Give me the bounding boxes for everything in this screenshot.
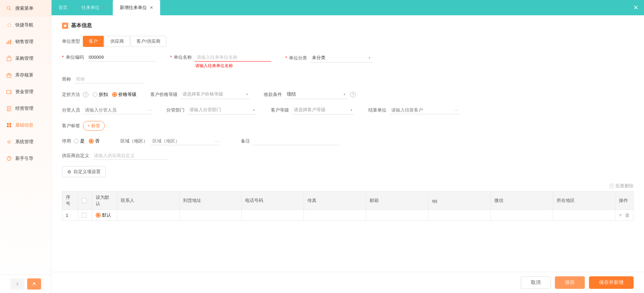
pricing-discount-radio[interactable] xyxy=(93,92,97,97)
sidebar-item-search[interactable]: 搜索菜单 xyxy=(0,0,51,17)
shortname-label: 简称 xyxy=(62,76,71,82)
sidebar-item-quick-nav[interactable]: ⬡ 快捷导航 xyxy=(0,17,51,33)
row-default-radio[interactable] xyxy=(96,213,101,218)
unit-type-both[interactable]: 客户/供应商 xyxy=(131,36,166,47)
tab-new-partner-close[interactable]: ✕ xyxy=(150,6,153,10)
row-wechat[interactable] xyxy=(490,210,553,221)
area-ellipsis[interactable]: ··· xyxy=(215,138,220,144)
tab-home[interactable]: 首页 xyxy=(52,0,74,15)
unit-category-select[interactable]: 未分类 ▾ xyxy=(310,53,372,63)
box-icon xyxy=(6,72,13,79)
col-contact: 联系人 xyxy=(117,192,179,210)
supplier-custom-input[interactable] xyxy=(92,152,168,160)
unit-code-input[interactable] xyxy=(87,53,156,62)
sidebar-item-guide[interactable]: ? 新手引导 xyxy=(0,150,51,167)
save-button[interactable]: 保存 xyxy=(555,276,585,289)
tab-partner-close[interactable]: ✕ xyxy=(102,6,106,10)
manager-ellipsis[interactable]: ··· xyxy=(147,107,152,113)
contact-input[interactable] xyxy=(121,213,176,218)
form-row-manager: 分管人员 ··· 分管部门 请输入分管部门 ▾ 客户等级 请选择客户等级 ▾ xyxy=(62,105,634,115)
disabled-radio-group: 是 否 xyxy=(74,138,100,144)
row-phone[interactable] xyxy=(242,210,304,221)
add-tag-button[interactable]: + 标签 xyxy=(83,121,105,131)
sidebar-item-inventory[interactable]: 库存核算 xyxy=(0,67,51,83)
disabled-no-radio[interactable] xyxy=(89,139,94,144)
phone-input[interactable] xyxy=(245,213,300,218)
tab-new-partner[interactable]: 新增往来单位 ✕ xyxy=(113,0,160,15)
sidebar-item-basic-info[interactable]: 基础信息 xyxy=(0,117,51,133)
sidebar-item-purchase[interactable]: 采购管理 xyxy=(0,50,51,67)
sidebar-item-finance[interactable]: 资金管理 xyxy=(0,83,51,100)
tab-partner[interactable]: 往来单位 ✕ xyxy=(74,0,113,15)
pricing-level-radio[interactable] xyxy=(112,92,117,97)
pricing-help-icon[interactable]: ? xyxy=(83,92,88,97)
batch-delete-label[interactable]: 批量删除 xyxy=(615,183,634,189)
dept-placeholder: 请输入分管部门 xyxy=(189,107,253,113)
col-action: 操作 xyxy=(615,192,633,210)
customer-level-select[interactable]: 请选择客户等级 ▾ xyxy=(292,105,354,115)
sidebar-item-sales[interactable]: 销售管理 xyxy=(0,33,51,50)
settlement-ellipsis[interactable]: ··· xyxy=(454,107,459,113)
unit-name-input[interactable] xyxy=(195,53,271,62)
sidebar-item-system[interactable]: ⚙ 系统管理 xyxy=(0,133,51,150)
form-group-customer-level: 客户等级 请选择客户等级 ▾ xyxy=(271,105,354,115)
customer-level-label: 客户等级 xyxy=(271,107,289,113)
unit-type-customer[interactable]: 客户 xyxy=(83,36,104,47)
col-fax: 传真 xyxy=(304,192,366,210)
sidebar-user-btn[interactable] xyxy=(27,278,41,290)
table-header-checkbox[interactable] xyxy=(82,198,87,203)
svg-rect-5 xyxy=(7,57,11,61)
fax-input[interactable] xyxy=(307,213,362,218)
row-qq[interactable] xyxy=(428,210,490,221)
sidebar-item-label: 销售管理 xyxy=(15,39,33,45)
add-row-button[interactable]: + xyxy=(619,212,622,218)
row-default-radio-item[interactable]: 默认 xyxy=(96,212,113,218)
wechat-input[interactable] xyxy=(494,213,549,218)
unit-type-supplier[interactable]: 供应商 xyxy=(104,36,130,47)
form-group-area: 区域（地区） ··· xyxy=(120,137,220,145)
customer-price-placeholder: 请选择客户价格等级 xyxy=(182,91,246,97)
row-checkbox[interactable] xyxy=(82,213,87,218)
area-input[interactable] xyxy=(150,137,215,145)
unit-type-group: 客户 供应商 客户/供应商 xyxy=(83,36,166,47)
table-row: 1 默认 xyxy=(62,210,634,221)
custom-settings-button[interactable]: ⚙ 自定义项设置 xyxy=(62,166,106,177)
settlement-input[interactable] xyxy=(389,106,454,114)
row-address[interactable] xyxy=(179,210,242,221)
disabled-no-label: 否 xyxy=(95,138,100,144)
pricing-discount-option[interactable]: 折扣 xyxy=(93,91,108,98)
col-address: 到货地址 xyxy=(179,192,242,210)
region-input[interactable] xyxy=(557,213,612,218)
cancel-button[interactable]: 取消 xyxy=(521,276,551,289)
row-email[interactable] xyxy=(366,210,429,221)
row-fax[interactable] xyxy=(304,210,366,221)
disabled-no-option[interactable]: 否 xyxy=(89,138,100,144)
close-all-button[interactable]: ✕ xyxy=(633,5,638,11)
payment-terms-select[interactable]: 现结 ▾ xyxy=(285,90,347,99)
disabled-yes-radio[interactable] xyxy=(74,139,79,144)
delete-row-button[interactable]: 🗑 xyxy=(625,212,630,218)
manager-input[interactable] xyxy=(83,106,147,114)
sidebar-item-label: 采购管理 xyxy=(15,55,33,62)
tab-partner-label: 往来单位 xyxy=(81,5,100,11)
payment-help-icon[interactable]: ? xyxy=(350,92,356,97)
remarks-input[interactable] xyxy=(253,137,340,145)
email-input[interactable] xyxy=(370,213,425,218)
dept-select[interactable]: 请输入分管部门 ▾ xyxy=(187,105,257,115)
pricing-level-option[interactable]: 价格等级 xyxy=(112,91,136,98)
customer-price-select[interactable]: 请选择客户价格等级 ▾ xyxy=(180,90,250,99)
qq-input[interactable] xyxy=(432,213,487,218)
form-group-tags: 客户标签 + 标签 xyxy=(62,121,105,131)
save-and-new-button[interactable]: 保存并新增 xyxy=(589,276,634,289)
required-star: * xyxy=(170,55,172,60)
row-region[interactable] xyxy=(553,210,615,221)
disabled-yes-option[interactable]: 是 xyxy=(74,138,85,144)
shortname-input[interactable] xyxy=(74,75,143,83)
pricing-label: 定价方法 xyxy=(62,91,80,98)
sidebar-item-operations[interactable]: 经营管理 xyxy=(0,100,51,117)
address-input[interactable] xyxy=(183,213,238,218)
row-contact[interactable] xyxy=(117,210,179,221)
remarks-label: 备注 xyxy=(241,138,250,144)
content-area: 基本信息 单位类型 客户 供应商 客户/供应商 * 单位编码 xyxy=(52,15,644,272)
sidebar-expand-btn[interactable] xyxy=(10,278,24,290)
